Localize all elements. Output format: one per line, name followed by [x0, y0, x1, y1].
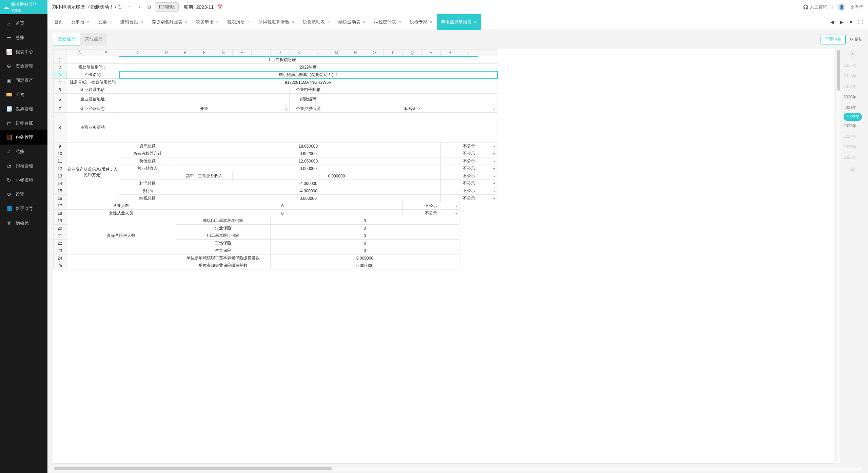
- sidebar-item-1[interactable]: ☰总账: [0, 31, 47, 45]
- year-up-button[interactable]: ∧: [849, 50, 856, 58]
- col-header[interactable]: O: [365, 50, 384, 56]
- close-icon[interactable]: ✕: [109, 20, 112, 24]
- col-header[interactable]: S: [440, 50, 459, 56]
- sidebar-item-9[interactable]: ✓结账: [0, 145, 47, 159]
- row-number[interactable]: 7: [54, 105, 66, 113]
- close-icon[interactable]: ✕: [362, 20, 366, 24]
- tab-9[interactable]: 纳税波动表✕: [334, 14, 370, 30]
- sidebar-item-13[interactable]: 📘新手引导: [0, 202, 47, 216]
- tab-3[interactable]: 进销台账✕: [116, 14, 147, 30]
- year-option[interactable]: 2024年: [844, 131, 862, 142]
- business-status-select[interactable]: 开业: [119, 105, 290, 113]
- sidebar-item-11[interactable]: ↻小畅报销: [0, 173, 47, 187]
- sidebar-item-5[interactable]: 💴工资: [0, 88, 47, 102]
- row-number[interactable]: 19: [54, 217, 66, 225]
- col-header[interactable]: J: [270, 50, 289, 56]
- sub-tab-basic[interactable]: 基础信息: [53, 33, 80, 45]
- tab-7[interactable]: 所得税汇算清缴✕: [254, 14, 299, 30]
- year-down-button[interactable]: ∨: [849, 166, 856, 173]
- vertical-scrollbar[interactable]: [836, 49, 841, 463]
- publish-select[interactable]: 不公示: [440, 180, 497, 187]
- publish-select[interactable]: 不公示: [440, 172, 497, 180]
- calendar-icon[interactable]: 📅: [217, 4, 222, 10]
- row-number[interactable]: 21: [54, 232, 66, 240]
- row-number[interactable]: 24: [54, 254, 66, 262]
- horizontal-scrollbar[interactable]: [53, 466, 863, 471]
- year-option[interactable]: 2020年: [844, 92, 862, 102]
- publish-select[interactable]: 不公示: [440, 143, 497, 150]
- add-account-button[interactable]: ＋: [137, 4, 142, 10]
- tabs-prev-button[interactable]: ◀: [827, 17, 837, 27]
- publish-select[interactable]: 不公示: [440, 187, 497, 195]
- close-icon[interactable]: ✕: [327, 20, 330, 24]
- tabs-close-button[interactable]: ✕: [846, 17, 856, 27]
- row-number[interactable]: 15: [54, 187, 66, 195]
- account-settings-button[interactable]: ⚙: [147, 4, 152, 10]
- year-option[interactable]: 2021年: [844, 102, 862, 113]
- col-header[interactable]: P: [384, 50, 403, 56]
- row-number[interactable]: 16: [54, 195, 66, 202]
- col-header[interactable]: [54, 50, 66, 56]
- publish-select[interactable]: 不公示: [440, 150, 497, 157]
- col-header[interactable]: K: [289, 50, 308, 56]
- tab-1[interactable]: 兑申报✕: [67, 14, 94, 30]
- sidebar-item-6[interactable]: 🧾发票管理: [0, 102, 47, 116]
- tab-2[interactable]: 发票✕: [94, 14, 116, 30]
- sidebar-item-3[interactable]: ⊕资金管理: [0, 59, 47, 73]
- close-icon[interactable]: ✕: [429, 20, 433, 24]
- sidebar-item-10[interactable]: 🗂归档管理: [0, 159, 47, 173]
- col-header[interactable]: I: [252, 50, 271, 56]
- sidebar-item-8[interactable]: 🧮税务管理: [0, 130, 47, 145]
- col-header[interactable]: E: [176, 50, 195, 56]
- sidebar-item-0[interactable]: ⌂首页: [0, 16, 47, 31]
- year-option[interactable]: 2025年: [844, 142, 862, 152]
- row-number[interactable]: 20: [54, 225, 66, 232]
- tab-5[interactable]: 税务申报✕: [192, 14, 223, 30]
- row-number[interactable]: 25: [54, 262, 66, 269]
- col-header[interactable]: T: [459, 50, 478, 56]
- col-header[interactable]: M: [327, 50, 346, 56]
- holding-select[interactable]: 私营企业: [327, 105, 497, 113]
- tab-6[interactable]: 税表清册✕: [223, 14, 254, 30]
- publish-select[interactable]: 不公示: [440, 165, 497, 172]
- year-option[interactable]: 2023年: [844, 121, 862, 131]
- row-number[interactable]: 22: [54, 240, 66, 247]
- row-number[interactable]: 23: [54, 247, 66, 254]
- sidebar-item-4[interactable]: ▣固定资产: [0, 73, 47, 88]
- year-option[interactable]: 2026年: [844, 152, 862, 163]
- spreadsheet[interactable]: ABCDEFGHIJKLMNOPQRST1工商年报信息表2税款所属期间：2022…: [53, 49, 834, 463]
- username[interactable]: 徐泽华: [850, 4, 863, 10]
- tab-12[interactable]: 年报信息申报表✕: [437, 14, 481, 30]
- close-icon[interactable]: ✕: [398, 20, 401, 24]
- tab-0[interactable]: 首页: [50, 14, 67, 30]
- col-header[interactable]: A: [66, 50, 93, 56]
- col-header[interactable]: C: [119, 50, 157, 56]
- close-icon[interactable]: ✕: [216, 20, 219, 24]
- avatar[interactable]: 👤: [838, 3, 845, 11]
- publish-select[interactable]: 不公示: [440, 195, 497, 202]
- tax-period[interactable]: 2022年度: [119, 64, 497, 71]
- close-icon[interactable]: ✕: [474, 20, 477, 24]
- row-number[interactable]: 4: [54, 79, 66, 86]
- sidebar-item-14[interactable]: ♛畅会员: [0, 216, 47, 230]
- close-icon[interactable]: ✕: [184, 20, 188, 24]
- reset-report-button[interactable]: 重置报表: [821, 35, 846, 44]
- row-number[interactable]: 13: [54, 172, 66, 180]
- col-header[interactable]: D: [157, 50, 176, 56]
- col-header[interactable]: N: [346, 50, 365, 56]
- col-header[interactable]: H: [233, 50, 252, 56]
- col-header[interactable]: B: [93, 50, 119, 56]
- sidebar-item-7[interactable]: ⇄进销台账: [0, 116, 47, 130]
- tabs-next-button[interactable]: ▶: [837, 17, 846, 27]
- account-selector[interactable]: 刘小艳演示账套（勿删勿动！）1 ﹀: [52, 4, 132, 10]
- row-number[interactable]: 2: [54, 64, 66, 71]
- row-number[interactable]: 9: [54, 143, 66, 150]
- tab-11[interactable]: 税检专家✕: [406, 14, 437, 30]
- tab-4[interactable]: 存货别名对照表✕: [147, 14, 192, 30]
- year-option[interactable]: 2018年: [844, 71, 862, 81]
- close-icon[interactable]: ✕: [291, 20, 295, 24]
- switch-old-version-button[interactable]: 切到旧版: [155, 2, 179, 12]
- col-header[interactable]: Q: [403, 50, 422, 56]
- period-value[interactable]: 2023-11: [196, 4, 214, 10]
- consult-button[interactable]: 🎧 人工咨询: [803, 4, 827, 10]
